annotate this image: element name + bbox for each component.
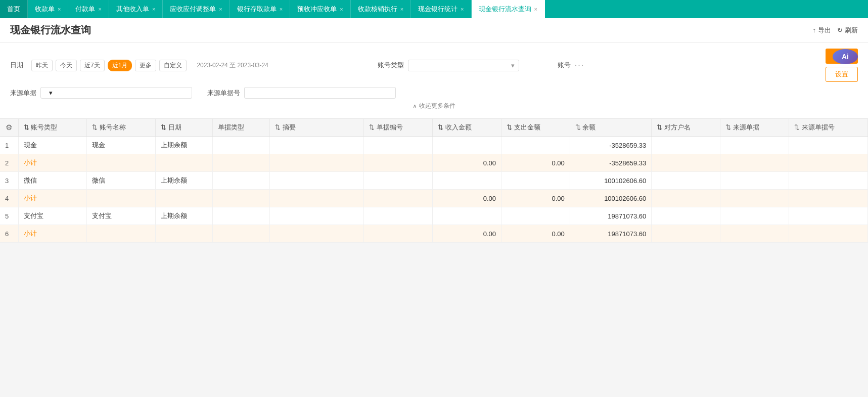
expense-cell — [501, 137, 570, 154]
source-doc-no-cell — [789, 207, 867, 225]
balance-cell: 19871073.60 — [570, 207, 651, 225]
col-income[interactable]: ⇅ 收入金额 — [433, 119, 501, 137]
doc-no-cell — [364, 172, 433, 190]
nav-item-receipt[interactable]: 收款单× — [28, 0, 68, 18]
account-name-cell — [87, 154, 156, 172]
close-icon-prepaid-offset[interactable]: × — [340, 6, 343, 12]
account-type-cell: 支付宝 — [18, 207, 87, 225]
table-body: 1现金现金上期余额-3528659.332小计0.000.00-3528659.… — [0, 137, 868, 243]
nav-item-home[interactable]: 首页 — [0, 0, 28, 18]
gear-icon[interactable]: ⚙ — [6, 123, 12, 131]
close-icon-bank-deposit[interactable]: × — [280, 6, 283, 12]
date-btn-today[interactable]: 今天 — [56, 60, 77, 71]
nav-item-payment[interactable]: 付款单× — [68, 0, 109, 18]
col-date[interactable]: ⇅ 日期 — [156, 119, 213, 137]
date-cell: 上期余额 — [156, 207, 213, 225]
date-btn-more[interactable]: 更多 — [135, 60, 156, 71]
nav-item-bank-deposit[interactable]: 银行存取款单× — [230, 0, 290, 18]
counterparty-cell — [652, 172, 720, 190]
refresh-button[interactable]: ↻ 刷新 — [837, 26, 858, 35]
date-cell: 上期余额 — [156, 137, 213, 154]
doc-type-cell — [213, 154, 270, 172]
source-doc-cell — [720, 172, 789, 190]
row-num: 2 — [0, 154, 18, 172]
date-btn-yesterday[interactable]: 昨天 — [31, 60, 53, 71]
date-cell — [156, 225, 213, 243]
col-doc-no[interactable]: ⇅ 单据编号 — [364, 119, 433, 137]
nav-item-cash-bank-stat[interactable]: 现金银行统计× — [411, 0, 471, 18]
close-icon-payment[interactable]: × — [98, 6, 101, 12]
top-nav: 首页收款单×付款单×其他收入单×应收应付调整单×银行存取款单×预收冲应收单×收款… — [0, 0, 868, 18]
col-counterparty[interactable]: ⇅ 对方户名 — [652, 119, 720, 137]
expense-cell: 0.00 — [501, 154, 570, 172]
row-num: 4 — [0, 190, 18, 207]
income-cell: 0.00 — [433, 190, 501, 207]
doc-type-cell — [213, 172, 270, 190]
row-num: 5 — [0, 207, 18, 225]
account-type-cell: 现金 — [18, 137, 87, 154]
date-btn-1month[interactable]: 近1月 — [108, 60, 132, 71]
date-cell: 上期余额 — [156, 172, 213, 190]
collapse-icon: ∧ — [413, 103, 417, 110]
date-cell — [156, 154, 213, 172]
expense-cell: 0.00 — [501, 190, 570, 207]
source-doc-select[interactable]: ▾ — [40, 87, 192, 99]
source-doc-no-cell — [789, 190, 867, 207]
account-type-cell: 小计 — [18, 154, 87, 172]
account-name-cell: 微信 — [87, 172, 156, 190]
col-account-name[interactable]: ⇅ 账号名称 — [87, 119, 156, 137]
collapse-bar[interactable]: ∧ 收起更多条件 — [10, 99, 858, 112]
account-type-cell: 小计 — [18, 225, 87, 243]
col-doc-type: 单据类型 — [213, 119, 270, 137]
nav-item-cash-bank-flow[interactable]: 现金银行流水查询× — [472, 0, 545, 18]
col-account-type[interactable]: ⇅ 账号类型 — [18, 119, 87, 137]
close-icon-receipt-verify[interactable]: × — [400, 6, 403, 12]
date-cell — [156, 190, 213, 207]
col-summary[interactable]: ⇅ 摘要 — [270, 119, 364, 137]
col-balance[interactable]: ⇅ 余额 — [570, 119, 651, 137]
row-num: 6 — [0, 225, 18, 243]
col-expense[interactable]: ⇅ 支出金额 — [501, 119, 570, 137]
table-row: 1现金现金上期余额-3528659.33 — [0, 137, 868, 154]
nav-item-receipt-verify[interactable]: 收款核销执行× — [351, 0, 411, 18]
setting-button[interactable]: 设置 — [826, 67, 858, 82]
account-type-cell: 小计 — [18, 190, 87, 207]
summary-cell — [270, 207, 364, 225]
table-header: ⚙ ⇅ 账号类型 ⇅ 账号名称 ⇅ 日期 单据类型 ⇅ 摘要 ⇅ 单据编号 ⇅ … — [0, 119, 868, 137]
income-cell — [433, 207, 501, 225]
table-row: 2小计0.000.00-3528659.33 — [0, 154, 868, 172]
close-icon-ar-ap-adjust[interactable]: × — [219, 6, 222, 12]
source-doc-cell — [720, 207, 789, 225]
date-btn-7days[interactable]: 近7天 — [80, 60, 105, 71]
close-icon-other-income[interactable]: × — [152, 6, 155, 12]
ai-badge[interactable]: Ai — [833, 49, 858, 64]
close-icon-receipt[interactable]: × — [58, 6, 61, 12]
expense-cell: 0.00 — [501, 225, 570, 243]
doc-no-cell — [364, 225, 433, 243]
table-row: 3微信微信上期余额100102606.60 — [0, 172, 868, 190]
source-doc-cell — [720, 137, 789, 154]
nav-item-prepaid-offset[interactable]: 预收冲应收单× — [290, 0, 350, 18]
col-source-doc[interactable]: ⇅ 来源单据 — [720, 119, 789, 137]
row-num: 3 — [0, 172, 18, 190]
summary-cell — [270, 172, 364, 190]
income-cell — [433, 137, 501, 154]
close-icon-cash-bank-flow[interactable]: × — [534, 6, 537, 12]
nav-item-other-income[interactable]: 其他收入单× — [109, 0, 163, 18]
nav-item-ar-ap-adjust[interactable]: 应收应付调整单× — [163, 0, 230, 18]
account-name-cell — [87, 190, 156, 207]
summary-cell — [270, 190, 364, 207]
col-source-doc-no[interactable]: ⇅ 来源单据号 — [789, 119, 867, 137]
col-settings: ⚙ — [0, 119, 18, 137]
date-btn-custom[interactable]: 自定义 — [159, 60, 187, 71]
source-doc-no-cell — [789, 137, 867, 154]
account-type-select[interactable]: ▾ — [408, 60, 519, 71]
doc-no-cell — [364, 207, 433, 225]
summary-cell — [270, 137, 364, 154]
table-row: 5支付宝支付宝上期余额19871073.60 — [0, 207, 868, 225]
refresh-icon: ↻ — [837, 26, 843, 34]
export-button[interactable]: ↑ 导出 — [813, 26, 832, 35]
close-icon-cash-bank-stat[interactable]: × — [461, 6, 464, 12]
more-icon[interactable]: ··· — [575, 61, 584, 70]
source-doc-no-input[interactable] — [244, 87, 396, 99]
